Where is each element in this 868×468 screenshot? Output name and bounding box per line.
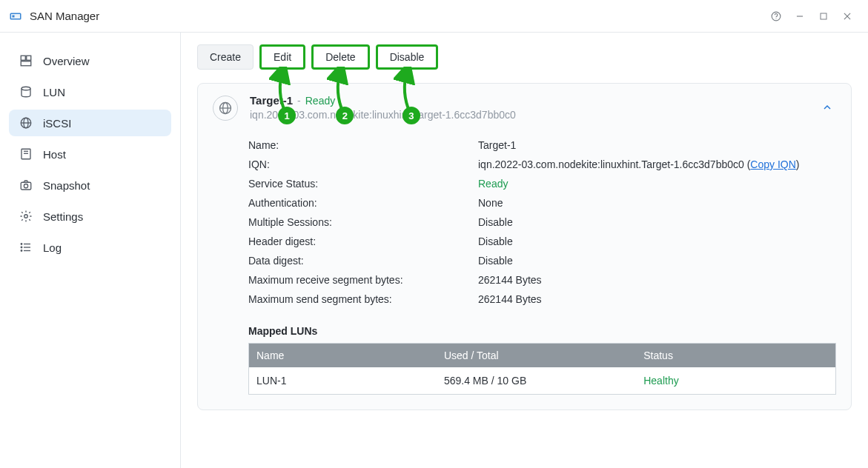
prop-row: Data digest:Disable [248, 251, 836, 270]
list-icon [19, 241, 33, 254]
disable-button[interactable]: Disable [376, 44, 439, 70]
content-area: Create Edit Delete Disable Target-1 - Re… [181, 33, 868, 468]
svg-point-25 [21, 244, 22, 245]
svg-point-4 [775, 18, 776, 19]
prop-value: None [478, 197, 503, 209]
svg-point-27 [21, 250, 22, 252]
prop-value: Disable [478, 255, 513, 267]
sidebar-item-label: iSCSI [43, 117, 71, 130]
lun-col-header: Name [249, 344, 437, 368]
svg-point-21 [24, 215, 28, 218]
edit-button[interactable]: Edit [259, 44, 305, 70]
sidebar-item-label: LUN [43, 86, 65, 98]
sidebar-item-log[interactable]: Log [9, 234, 171, 261]
prop-value: iqn.2022-03.com.nodekite:linuxhint.Targe… [478, 158, 799, 170]
svg-rect-16 [21, 149, 30, 159]
window-titlebar: SAN Manager [0, 0, 868, 33]
target-iqn: iqn.2022-03.com.nodekite:linuxhint.Targe… [250, 109, 836, 121]
prop-value: Disable [478, 216, 513, 228]
target-name: Target-1 [250, 94, 293, 107]
prop-value: Ready [478, 178, 508, 190]
maximize-button[interactable] [812, 6, 835, 27]
sidebar-item-host[interactable]: Host [9, 141, 171, 167]
lun-name: LUN-1 [249, 367, 437, 395]
app-icon [9, 10, 22, 23]
sidebar-item-label: Log [43, 241, 62, 254]
svg-rect-2 [13, 15, 15, 17]
svg-rect-9 [21, 56, 25, 60]
delete-button[interactable]: Delete [311, 44, 369, 70]
lun-table: NameUsed / TotalStatus LUN-1569.4 MB / 1… [248, 343, 836, 395]
sidebar-item-label: Overview [43, 55, 90, 67]
prop-row: Service Status:Ready [248, 174, 836, 193]
sidebar-item-settings[interactable]: Settings [9, 203, 171, 230]
mapped-luns-title: Mapped LUNs [248, 325, 836, 337]
lun-col-header: Used / Total [437, 344, 636, 368]
copy-iqn-link[interactable]: Copy IQN [750, 158, 795, 170]
prop-row: Maximum receive segment bytes:262144 Byt… [248, 270, 836, 290]
sidebar-item-snapshot[interactable]: Snapshot [9, 172, 171, 198]
prop-label: Maximum send segment bytes: [248, 293, 478, 305]
sidebar: OverviewLUNiSCSIHostSnapshotSettingsLog [0, 33, 181, 468]
camera-icon [19, 178, 33, 192]
prop-value: Target-1 [478, 139, 516, 151]
target-panel: Target-1 - Ready iqn.2022-03.com.nodekit… [197, 83, 852, 410]
lun-col-header: Status [636, 344, 835, 368]
sidebar-item-lun[interactable]: LUN [9, 78, 171, 105]
lun-row[interactable]: LUN-1569.4 MB / 10 GBHealthy [249, 367, 836, 395]
globe-icon [213, 96, 238, 121]
globe-icon [19, 116, 33, 130]
close-button[interactable] [835, 6, 859, 27]
svg-point-12 [21, 87, 30, 90]
sidebar-item-label: Settings [43, 210, 83, 223]
lun-status: Healthy [636, 367, 835, 395]
svg-point-26 [21, 247, 22, 248]
prop-value: Disable [478, 235, 513, 247]
sidebar-item-overview[interactable]: Overview [9, 47, 171, 74]
prop-label: IQN: [248, 158, 478, 170]
prop-label: Authentication: [248, 197, 478, 209]
dashboard-icon [19, 54, 33, 67]
prop-label: Service Status: [248, 178, 478, 190]
svg-rect-10 [27, 56, 31, 60]
create-button[interactable]: Create [197, 44, 254, 70]
drive-icon [19, 85, 33, 98]
prop-row: Authentication:None [248, 193, 836, 213]
svg-rect-11 [21, 61, 31, 66]
collapse-chevron-icon[interactable] [821, 101, 833, 116]
prop-label: Header digest: [248, 235, 478, 247]
sidebar-item-label: Snapshot [43, 179, 90, 192]
prop-label: Multiple Sessions: [248, 216, 478, 228]
lun-used-total: 569.4 MB / 10 GB [437, 367, 636, 395]
help-button[interactable] [764, 6, 788, 27]
minimize-button[interactable] [788, 6, 812, 27]
prop-row: Multiple Sessions:Disable [248, 213, 836, 232]
target-status: Ready [305, 95, 335, 107]
prop-row: Maximum send segment bytes:262144 Bytes [248, 290, 836, 309]
toolbar: Create Edit Delete Disable [197, 44, 852, 70]
prop-value: 262144 Bytes [478, 274, 542, 286]
svg-rect-6 [821, 13, 826, 19]
prop-row: Name:Target-1 [248, 136, 836, 155]
prop-label: Data digest: [248, 255, 478, 267]
prop-label: Name: [248, 139, 478, 151]
gear-icon [19, 210, 33, 223]
sidebar-item-iscsi[interactable]: iSCSI [9, 110, 171, 136]
prop-row: IQN:iqn.2022-03.com.nodekite:linuxhint.T… [248, 155, 836, 174]
prop-label: Maximum receive segment bytes: [248, 274, 478, 286]
app-title: SAN Manager [30, 10, 99, 22]
sidebar-item-label: Host [43, 148, 66, 161]
prop-value: 262144 Bytes [478, 293, 542, 305]
target-properties: Name:Target-1IQN:iqn.2022-03.com.nodekit… [248, 136, 836, 309]
panel-header: Target-1 - Ready iqn.2022-03.com.nodekit… [213, 94, 836, 121]
mapped-luns-section: Mapped LUNs NameUsed / TotalStatus LUN-1… [248, 325, 836, 395]
prop-row: Header digest:Disable [248, 232, 836, 251]
svg-point-20 [24, 184, 27, 188]
host-icon [19, 147, 33, 161]
svg-rect-19 [21, 182, 31, 190]
